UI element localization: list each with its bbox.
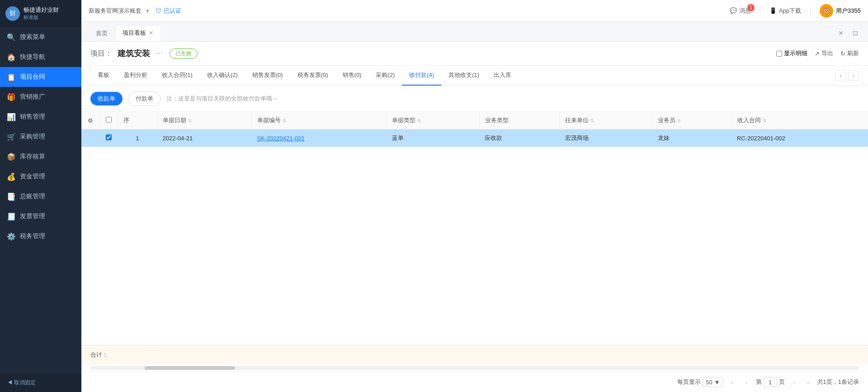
th-date-sortable[interactable]: 单据日期 ⇅ [163,116,246,124]
page-size-select: 每页显示 50 ▼ [677,378,723,387]
summary-label: 合计： [90,351,108,359]
sidebar-scroll: 🔍 搜索菜单 🏠 快捷导航 📋 项目合同 🎁 营销推广 📊 销售管理 🛒 采购管… [0,27,81,373]
subtab-purchase[interactable]: 采购(2) [368,66,402,86]
filter-note: 注：这里是与项目关联的全部收付款单哦～ [166,95,278,103]
sidebar-item-sales[interactable]: 📊 销售管理 [0,107,81,127]
sidebar-unpin[interactable]: ◀ 取消固定 [0,373,81,392]
subtab-inout[interactable]: 出入库 [486,66,519,86]
close-tab-icon[interactable]: ✕ [149,30,153,36]
sidebar-item-marketing[interactable]: 🎁 营销推广 [0,87,81,107]
sidebar-item-label: 搜索菜单 [20,33,45,41]
receipt-filter-btn[interactable]: 收款单 [90,92,123,105]
th-salesman-label: 业务员 [658,116,675,124]
refresh-btn[interactable]: ↻ 刷新 [840,49,859,57]
th-income-contract: 收入合同 ⇅ [731,112,868,129]
sort-icon6: ⇅ [763,118,766,123]
ledger-icon: 📑 [7,192,15,201]
funds-icon: 💰 [7,172,15,181]
pagination: 每页显示 50 ▼ « ‹ 第 1 页 › » 共1页，1条记录 [81,372,868,392]
logo-title: 畅捷通好业财 [24,6,59,14]
filter-bar: 收款单 付款单 注：这里是与项目关联的全部收付款单哦～ [81,86,868,112]
table-wrap: ⚙ 序 单据日期 ⇅ [81,112,868,345]
sidebar-item-quicknav[interactable]: 🏠 快捷导航 [0,47,81,67]
subtab-nav: ‹ › [835,70,859,81]
topbar-actions: 💬 消息 1 📱 App下载 🐵 用户3355 [730,4,861,18]
close-window-btn[interactable]: ✕ [835,28,846,38]
subtab-other-income[interactable]: 其他收支(1) [441,66,486,86]
settings-icon[interactable]: ⚙ [88,117,93,124]
tab-project-board[interactable]: 项目看板 ✕ [115,25,161,41]
more-options-icon[interactable]: ··· [156,49,164,57]
subtab-payment[interactable]: 收付款(4) [402,66,441,86]
sidebar-item-invoice[interactable]: 🧾 发票管理 [0,206,81,226]
th-doctype-sortable[interactable]: 单据类型 ⇅ [392,116,473,124]
sidebar-item-tax[interactable]: ⚙️ 税务管理 [0,226,81,246]
table-row[interactable]: 1 2022-04-21 SK-20220421-001 蓝单 应收款 [81,129,868,147]
sidebar-item-purchase[interactable]: 🛒 采购管理 [0,127,81,147]
th-biztype-label: 业务类型 [485,117,509,124]
sidebar-item-search[interactable]: 🔍 搜索菜单 [0,27,81,47]
invoice-icon: 🧾 [7,212,15,220]
prev-page-btn[interactable]: ‹ [741,377,752,387]
topbar: 新服务官网演示账套 ▼ 🛡 已认证 💬 消息 1 📱 App下载 🐵 用户335… [81,0,868,22]
phone-icon: 📱 [769,7,777,14]
project-header: 项目： 建筑安装 ··· 已生效 显示明细 ↗ 导出 ↻ 刷新 [81,42,868,66]
th-salesman-sortable[interactable]: 业务员 ⇅ [658,116,726,124]
verified-label: 已认证 [164,7,181,15]
account-selector[interactable]: 新服务官网演示账套 ▼ [89,7,150,15]
message-icon: 💬 [730,7,737,14]
per-page-label: 每页显示 [677,378,701,386]
td-biz-type: 应收款 [479,129,560,147]
th-incomecontract-sortable[interactable]: 收入合同 ⇅ [737,116,863,124]
subtab-next-btn[interactable]: › [848,70,859,81]
subtab-sales-invoice[interactable]: 销售发票(0) [245,66,290,86]
subtab-board[interactable]: 看板 [90,66,117,86]
app-download-btn[interactable]: 📱 App下载 [769,7,801,15]
th-settings: ⚙ [81,112,99,129]
th-date-label: 单据日期 [163,116,186,124]
subtab-prev-btn[interactable]: ‹ [835,70,846,81]
subtab-profit[interactable]: 盈利分析 [117,66,155,86]
doc-no-link[interactable]: SK-20220421-001 [257,135,305,142]
th-docno-label: 单据编号 [257,116,281,124]
sidebar-item-ledger[interactable]: 📑 总账管理 [0,186,81,206]
subtab-tax-invoice[interactable]: 税务发票(0) [290,66,335,86]
subtab-sales[interactable]: 销售(0) [335,66,369,86]
th-num: 序 [118,112,157,129]
sidebar: 财 畅捷通好业财 标准版 🔍 搜索菜单 🏠 快捷导航 📋 项目合同 🎁 营销推广… [0,0,81,392]
page-current: 第 1 页 [756,378,785,387]
project-icon: 📋 [7,73,15,81]
tab-home[interactable]: 首页 [89,26,115,41]
scrollbar-thumb[interactable] [145,366,235,370]
payment-filter-btn[interactable]: 付款单 [128,91,161,106]
td-doc-type: 蓝单 [387,129,479,147]
sidebar-item-label: 销售管理 [20,113,45,121]
tabbar: 首页 项目看板 ✕ ✕ ⊡ [81,22,868,42]
export-btn[interactable]: ↗ 导出 [815,49,833,57]
th-docno-sortable[interactable]: 单据编号 ⇅ [257,116,381,124]
subtab-income-confirm[interactable]: 收入确认(2) [200,66,245,86]
th-partner: 往来单位 ⇅ [560,112,652,129]
divider [760,6,760,15]
sidebar-item-funds[interactable]: 💰 资金管理 [0,167,81,186]
sort-icon2: ⇅ [283,118,286,123]
sidebar-item-label: 资金管理 [20,172,45,181]
logo-subtitle: 标准版 [24,14,59,21]
row-checkbox[interactable] [106,134,112,140]
message-count: 1 [747,4,755,11]
user-menu[interactable]: 🐵 用户3355 [820,4,861,18]
show-detail-checkbox[interactable] [776,51,782,57]
project-actions: 显示明细 ↗ 导出 ↻ 刷新 [776,49,859,57]
first-page-btn[interactable]: « [727,377,738,387]
message-btn[interactable]: 💬 消息 1 [730,7,751,15]
th-partner-sortable[interactable]: 往来单位 ⇅ [565,116,646,124]
last-page-btn[interactable]: » [803,377,814,387]
next-page-btn[interactable]: › [788,377,799,387]
sidebar-item-project[interactable]: 📋 项目合同 [0,67,81,87]
show-detail-checkbox-wrapper[interactable]: 显示明细 [776,49,807,57]
sidebar-item-inventory[interactable]: 📦 库存核算 [0,147,81,167]
subtab-income-contract[interactable]: 收入合同(1) [155,66,200,86]
page-size-box[interactable]: 50 ▼ [703,378,723,387]
select-all-checkbox[interactable] [106,117,112,123]
maximize-window-btn[interactable]: ⊡ [850,28,861,38]
